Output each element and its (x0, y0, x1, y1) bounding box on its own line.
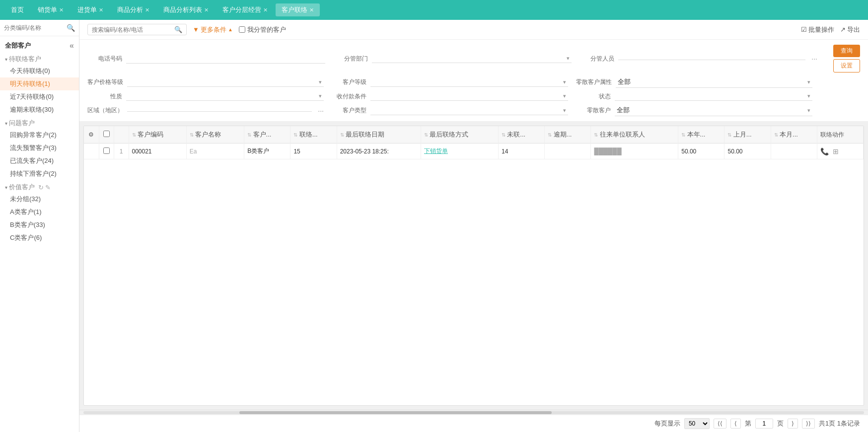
nav-customer-contact[interactable]: 客户联络 ✕ (276, 3, 320, 16)
sidebar-item-churned[interactable]: 已流失客户(24) (0, 154, 79, 167)
bottom-scrollbar[interactable] (79, 410, 868, 415)
filter-select-dept[interactable]: ▾ (372, 54, 571, 63)
filter-label-region: 区域（地区） (87, 106, 123, 115)
th-type[interactable]: ⇅ 客户... (244, 126, 290, 144)
tree-group-pending[interactable]: 待联络客户 (0, 52, 79, 65)
prev-page-btn[interactable]: ⟨ (730, 419, 741, 429)
table-row: 1 000021 Ea B类客户 15 2023-05-23 18:25: 下销… (84, 144, 864, 159)
nav-close-purchase[interactable]: ✕ (99, 7, 103, 13)
filter-manager: 分管人员 ··· (579, 55, 817, 63)
collapse-icon[interactable]: « (70, 41, 74, 50)
chevron-nature-icon: ▾ (319, 93, 322, 99)
sidebar-item-overdue[interactable]: 逾期未联络(30) (0, 103, 79, 116)
tree-group-value[interactable]: 价值客户 ↻ ✎ (0, 180, 79, 193)
page-size-select[interactable]: 50 10 20 100 (684, 418, 710, 429)
filter-label-payment-terms: 收付款条件 (332, 92, 366, 101)
checkbox-icon: ☑ (801, 26, 807, 33)
row-last-month: 50.00 (724, 144, 771, 159)
sidebar-item-declining[interactable]: 持续下滑客户(2) (0, 167, 79, 180)
action-grid-icon[interactable]: ⊞ (833, 147, 839, 155)
query-btn[interactable]: 查询 (833, 45, 860, 57)
th-last-method[interactable]: ⇅ 最后联络方式 (421, 126, 498, 144)
th-contact-person[interactable]: ⇅ 往来单位联系人 (591, 126, 678, 144)
filter-label-price-level: 客户价格等级 (87, 78, 123, 86)
sidebar-item-tomorrow[interactable]: 明天待联络(1) (0, 77, 79, 90)
nav-close-sales[interactable]: ✕ (59, 7, 64, 13)
filter-select-retail[interactable]: 全部 ▾ (615, 105, 812, 116)
th-last-date[interactable]: ⇅ 最后联络日期 (337, 126, 421, 144)
th-uncontacted[interactable]: ⇅ 未联... (498, 126, 544, 144)
filter-select-customer-type[interactable]: ▾ (370, 106, 568, 115)
filter-select-price-level[interactable]: ▾ (127, 78, 324, 87)
nav-close-product-list[interactable]: ✕ (204, 7, 209, 13)
filter-retail-attr: 零散客户属性 全部 ▾ (576, 76, 812, 88)
export-btn[interactable]: ↗ 导出 (840, 25, 860, 34)
nav-close-contact[interactable]: ✕ (309, 7, 314, 13)
filter-panel: 电话号码 分管部门 ▾ 分管人员 ··· 查询 设置 (79, 40, 868, 122)
filter-select-payment-terms[interactable]: ▾ (370, 92, 568, 101)
sidebar-search-input[interactable] (4, 24, 65, 31)
th-this-month[interactable]: ⇅ 本月... (771, 126, 817, 144)
batch-op-btn[interactable]: ☑ 批量操作 (801, 25, 834, 34)
page-label: 第 (745, 419, 751, 428)
more-filters-btn[interactable]: ▼ 更多条件 ▲ (193, 25, 233, 34)
dots-region-icon[interactable]: ··· (318, 107, 324, 115)
nav-product-analysis-list[interactable]: 商品分析列表 ✕ (157, 3, 215, 16)
my-customers-checkbox[interactable]: 我分管的客户 (239, 25, 286, 34)
search-input[interactable] (92, 26, 172, 33)
filter-select-nature[interactable]: ▾ (126, 92, 324, 101)
filter-retail: 零散客户 全部 ▾ (576, 105, 812, 116)
dots-manager-icon[interactable]: ··· (811, 55, 817, 63)
next-page-btn[interactable]: ⟩ (788, 419, 798, 429)
nav-sales-order[interactable]: 销货单 ✕ (32, 3, 70, 16)
filter-input-region[interactable] (127, 109, 312, 112)
value-edit-icon[interactable]: ✎ (45, 184, 51, 191)
th-this-year[interactable]: ⇅ 本年... (678, 126, 724, 144)
th-contact[interactable]: ⇅ 联络... (290, 126, 337, 144)
sidebar-item-class-b[interactable]: B类客户(33) (0, 218, 79, 231)
nav-close-segmentation[interactable]: ✕ (263, 7, 268, 13)
filter-select-status[interactable]: ▾ (615, 92, 812, 101)
search-submit-icon[interactable]: 🔍 (174, 26, 182, 33)
sidebar-search-icon[interactable]: 🔍 (67, 24, 75, 32)
filter-select-customer-level[interactable]: ▾ (370, 78, 568, 87)
th-overdue[interactable]: ⇅ 逾期... (545, 126, 591, 144)
sidebar-item-7days[interactable]: 近7天待联络(0) (0, 90, 79, 103)
tree-group-problem[interactable]: 问题客户 (0, 116, 79, 129)
settings-btn[interactable]: 设置 (833, 59, 860, 72)
sidebar-item-class-c[interactable]: C类客户(6) (0, 231, 79, 244)
sidebar-item-class-a[interactable]: A类客户(1) (0, 206, 79, 218)
th-actions: 联络动作 (817, 126, 863, 144)
last-page-btn[interactable]: ⟩⟩ (802, 419, 815, 429)
nav-product-analysis[interactable]: 商品分析 ✕ (111, 3, 155, 16)
value-refresh-icon[interactable]: ↻ (38, 184, 44, 191)
th-code[interactable]: ⇅ 客户编码 (129, 126, 186, 144)
sidebar-item-churn-warning[interactable]: 流失预警客户(3) (0, 142, 79, 154)
row-gear[interactable] (84, 144, 99, 159)
nav-purchase[interactable]: 进货单 ✕ (72, 3, 109, 16)
filter-select-retail-attr[interactable]: 全部 ▾ (616, 76, 812, 88)
tree-all-customers[interactable]: 全部客户 « (0, 39, 79, 52)
nav-close-product-analysis[interactable]: ✕ (145, 7, 149, 13)
th-gear[interactable]: ⚙ (84, 126, 99, 144)
row-last-method[interactable]: 下销货单 (421, 144, 498, 159)
sidebar-item-repurchase-abnormal[interactable]: 回购异常客户(2) (0, 129, 79, 142)
filter-label-nature: 性质 (87, 92, 122, 101)
first-page-btn[interactable]: ⟨⟨ (714, 419, 726, 429)
sidebar-item-today[interactable]: 今天待联络(0) (0, 65, 79, 77)
filter-region: 区域（地区） ··· (87, 106, 324, 115)
select-all-checkbox[interactable] (103, 131, 110, 137)
filter-input-phone[interactable] (126, 54, 325, 64)
row-checkbox[interactable] (99, 144, 114, 159)
action-phone-icon[interactable]: 📞 (820, 147, 829, 155)
row-check[interactable] (103, 147, 110, 154)
th-last-month[interactable]: ⇅ 上月... (724, 126, 771, 144)
nav-home[interactable]: 首页 (5, 3, 30, 16)
filter-input-manager[interactable] (618, 58, 806, 60)
filter-label-retail: 零散客户 (576, 106, 611, 115)
my-customers-check[interactable] (239, 26, 245, 33)
th-name[interactable]: ⇅ 客户名称 (186, 126, 244, 144)
page-number-input[interactable] (755, 419, 773, 429)
nav-customer-segmentation[interactable]: 客户分层经营 ✕ (217, 3, 274, 16)
sidebar-item-ungrouped[interactable]: 未分组(32) (0, 193, 79, 206)
